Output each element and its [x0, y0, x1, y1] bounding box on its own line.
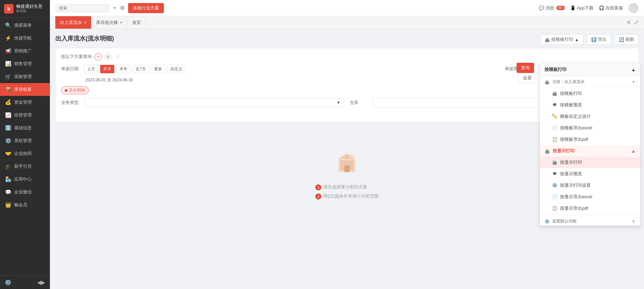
settings-button[interactable]: 设置 [519, 73, 536, 83]
sidebar-label-sales: 销售管理 [14, 61, 32, 67]
app-download-item[interactable]: 📱 App下载 [570, 5, 593, 11]
tabbar: 出入库流水×库存批次账×首页 ✕ ⤢ [50, 16, 644, 29]
sidebar-item-basic[interactable]: ℹ️基础信息 [0, 122, 50, 134]
tab-close-batch[interactable]: × [120, 20, 122, 25]
display-item-3[interactable]: 📄 按显示导出excel [540, 191, 640, 203]
search-input[interactable] [55, 4, 109, 12]
filter-collapse-icon[interactable]: 《 [115, 54, 119, 60]
tab-batch[interactable]: 库存批次账× [91, 16, 127, 29]
template-icon-1: 👁️ [552, 102, 557, 108]
search-icon: 🔍 [5, 22, 11, 28]
sidebar-item-sales[interactable]: 📊销售管理 [0, 57, 50, 70]
sidebar-item-operation[interactable]: 📈经营管理 [0, 109, 50, 122]
template-item-1[interactable]: 👁️ 按模板预览 [540, 99, 640, 111]
template-item-4[interactable]: 📋 按模板导出pdf [540, 134, 640, 145]
display-item-2[interactable]: ⚙️ 按显示打印设置 [540, 180, 640, 191]
dropdown-title: 按模板打印 [545, 67, 566, 73]
tab-home[interactable]: 首页 [127, 16, 146, 29]
sidebar-nav: 🔍搜索菜单⚡快捷导航📢营销推广📊销售管理🛒采购管理📦库存核算💰资金管理📈经营管理… [0, 18, 50, 275]
default-icon: ⚙️ [545, 219, 550, 224]
date-btn-3[interactable]: 近7天 [133, 65, 149, 73]
system-icon: ⚙️ [5, 138, 11, 144]
sidebar-item-collab[interactable]: 🤝企业协同 [0, 147, 50, 160]
topbar: ▼ ⚙ 体验行业方案 💬 消息 99+ 📱 App下载 🎧 在线客服 [50, 0, 644, 16]
refresh-icon: 🔄 [619, 37, 624, 42]
trial-button[interactable]: 体验行业方案 [128, 3, 164, 13]
filter-header: 按以下方案查询 + ⚙ 《 [61, 53, 633, 60]
expand-icon[interactable]: ⤢ [634, 19, 639, 26]
print-icon: 🖨️ [545, 37, 550, 42]
sidebar-item-member[interactable]: 👑畅会员 [0, 199, 50, 211]
display-section-label: 按显示打印 [553, 148, 575, 154]
date-btn-4[interactable]: 更多 [151, 65, 165, 73]
minimize-icon[interactable]: ✕ [626, 19, 631, 26]
template-item-3[interactable]: 📄 按模板导出excel [540, 122, 640, 134]
filter-add-button[interactable]: + [94, 53, 102, 60]
date-btn-1[interactable]: 本月 [100, 65, 114, 73]
sidebar-item-system[interactable]: ⚙️系统管理 [0, 134, 50, 147]
main-area: ▼ ⚙ 体验行业方案 💬 消息 99+ 📱 App下载 🎧 在线客服 出入库流水… [50, 0, 644, 289]
divider-1 [540, 87, 640, 87]
topbar-gear-icon[interactable]: ⚙ [120, 5, 125, 11]
search-chevron-icon[interactable]: ▼ [113, 6, 117, 10]
marketing-icon: 📢 [5, 48, 11, 54]
divider-2 [540, 215, 640, 215]
default-section[interactable]: ⚙️ 设置默认功能 ▼ [540, 216, 640, 226]
avatar[interactable] [628, 3, 639, 13]
business-type-select[interactable]: ▼ [84, 98, 344, 107]
template-icon-0: 🖨️ [552, 91, 557, 96]
default-arrow: ▼ [632, 219, 636, 224]
message-item[interactable]: 💬 消息 99+ [539, 5, 565, 11]
sidebar-logo: b 畅捷通好生意 标准版 [0, 0, 50, 18]
display-item-1[interactable]: 👁️ 按显示预览 [540, 168, 640, 180]
page-content: 出入库流水(流水明细) 🖨️ 按模板打印 ▲ ⬆️ 导出 🔄 刷新 按以下方案查… [50, 29, 644, 289]
svg-rect-3 [344, 165, 350, 172]
filter-settings-button[interactable]: ⚙ [105, 53, 112, 60]
sidebar-item-appstore[interactable]: 🏪应用中心 [0, 173, 50, 186]
tab-flow[interactable]: 出入库流水× [55, 16, 91, 29]
tab-label-flow: 出入库流水 [60, 20, 82, 26]
message-icon: 💬 [539, 5, 544, 10]
settings-icon[interactable]: ⚙️ [5, 279, 11, 286]
online-service-item[interactable]: 🎧 在线客服 [599, 5, 623, 11]
tab-close-flow[interactable]: × [84, 20, 86, 25]
sidebar-item-marketing[interactable]: 📢营销推广 [0, 45, 50, 57]
sales-icon: 📊 [5, 61, 11, 67]
sidebar-item-shortcut[interactable]: ⚡快捷导航 [0, 32, 50, 45]
hint-1-num: 1 [315, 184, 321, 190]
display-item-0[interactable]: 🖨️ 按显示打印 [540, 157, 640, 168]
sidebar-label-basic: 基础信息 [14, 125, 32, 131]
display-icon-1: 👁️ [552, 171, 557, 177]
dropdown-close-icon[interactable]: ▲ [631, 67, 636, 72]
refresh-button[interactable]: 🔄 刷新 [614, 34, 639, 45]
sidebar-item-inventory[interactable]: 📦库存核算 [0, 83, 50, 96]
finance-icon: 💰 [5, 99, 11, 105]
collab-icon: 🤝 [5, 151, 11, 157]
sidebar-label-operation: 经营管理 [14, 112, 32, 118]
template-label-1: 按模板预览 [560, 102, 582, 108]
export-button[interactable]: ⬆️ 导出 [587, 34, 611, 45]
date-btn-2[interactable]: 本年 [116, 65, 130, 73]
collapse-icon[interactable]: ◀▶ [37, 279, 45, 286]
sidebar-item-finance[interactable]: 💰资金管理 [0, 96, 50, 109]
sidebar-item-purchase[interactable]: 🛒采购管理 [0, 70, 50, 83]
app-name: 畅捷通好生意 标准版 [16, 4, 42, 14]
display-item-4[interactable]: 📋 按显示导出pdf [540, 203, 640, 214]
query-button[interactable]: 查询 [517, 63, 534, 73]
sidebar-label-purchase: 采购管理 [14, 74, 32, 80]
sidebar-item-search[interactable]: 🔍搜索菜单 [0, 19, 50, 32]
display-section-header[interactable]: 🖨️ 按显示打印 ▲ [540, 145, 640, 157]
dropdown-current[interactable]: 🖨️ 当前：出入库流水 ▼ [540, 76, 640, 86]
display-label-4: 按显示导出pdf [560, 205, 588, 211]
default-label: 设置默认功能 [552, 218, 577, 224]
template-item-0[interactable]: 🖨️ 按模板打印 [540, 88, 640, 99]
sidebar-item-wechat[interactable]: 💬企业微信 [0, 186, 50, 199]
display-icon-2: ⚙️ [552, 183, 557, 188]
template-item-2[interactable]: ✏️ 模板自定义设计 [540, 111, 640, 122]
date-btn-5[interactable]: 自定义 [167, 65, 185, 73]
print-template-button[interactable]: 🖨️ 按模板打印 ▲ [540, 34, 583, 45]
display-label-2: 按显示打印设置 [560, 182, 591, 188]
date-btn-0[interactable]: 上月 [84, 65, 98, 73]
active-filter-tag[interactable]: 流水明细 [61, 86, 89, 94]
sidebar-item-guide[interactable]: 🎓新手引导 [0, 160, 50, 173]
